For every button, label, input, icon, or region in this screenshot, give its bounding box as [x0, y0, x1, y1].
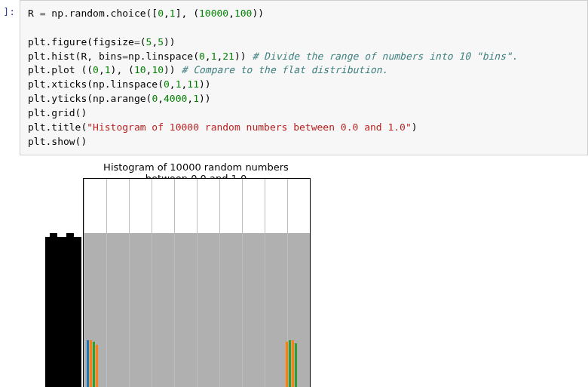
- output-area: Histogram of 10000 random numbers betwee…: [45, 155, 588, 387]
- histogram-chart: Histogram of 10000 random numbers betwee…: [45, 161, 317, 387]
- bar-1-d: [295, 343, 297, 387]
- bar-0-d: [96, 345, 98, 387]
- bar-0-b: [90, 340, 92, 387]
- input-prompt: ]:: [0, 0, 20, 17]
- bar-1-b: [289, 340, 291, 387]
- input-cell-row: ]: R = np.random.choice([0,1], (10000,10…: [0, 0, 588, 155]
- bar-0-a: [87, 340, 89, 387]
- bar-1-a: [286, 342, 288, 387]
- plot-area: [83, 178, 311, 387]
- ytick-clutter: [45, 237, 81, 387]
- bar-0-c: [93, 342, 95, 387]
- bar-1-c: [292, 340, 294, 387]
- code-cell[interactable]: R = np.random.choice([0,1], (10000,100))…: [20, 0, 588, 155]
